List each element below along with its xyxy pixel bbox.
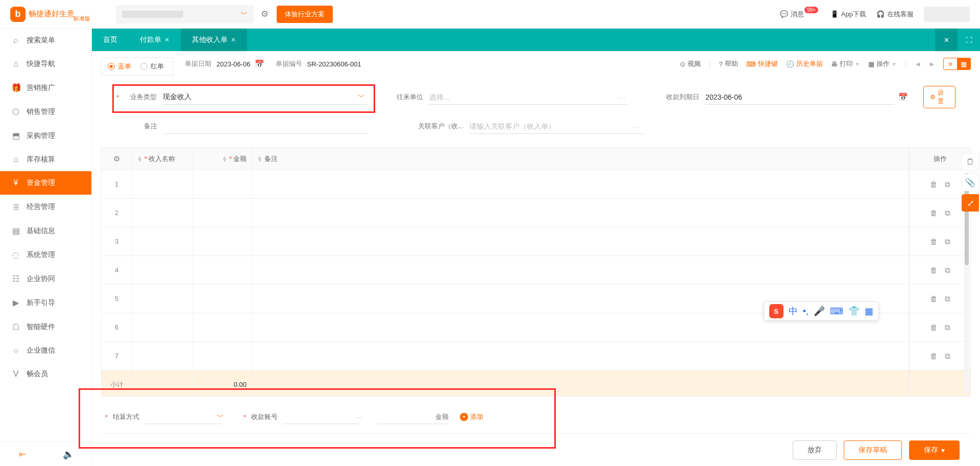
- cell-amount[interactable]: [193, 285, 252, 313]
- copy-icon[interactable]: ⧉: [945, 208, 950, 218]
- partner-input[interactable]: [429, 89, 628, 105]
- list-view-icon[interactable]: ≡: [944, 58, 957, 69]
- cell-name[interactable]: [132, 313, 193, 341]
- tab[interactable]: 首页: [92, 29, 129, 51]
- tabs-expand-button[interactable]: ⛶: [958, 29, 980, 51]
- radio-red[interactable]: 红单: [140, 62, 164, 71]
- ime-toolbox-icon[interactable]: ▦: [865, 306, 873, 317]
- settle-account-input[interactable]: [283, 410, 359, 424]
- sidebar-sound-button[interactable]: 🔈: [46, 442, 92, 466]
- cell-amount[interactable]: [193, 256, 252, 284]
- cell-note[interactable]: [252, 256, 909, 284]
- sidebar-item[interactable]: ⌂库存核算: [0, 148, 91, 171]
- gear-icon[interactable]: ⚙: [113, 154, 120, 164]
- discard-button[interactable]: 放弃: [793, 440, 837, 460]
- close-icon[interactable]: ✕: [164, 36, 169, 43]
- rail-expand-button[interactable]: ⤢: [962, 194, 979, 212]
- sidebar-item[interactable]: ⬒采购管理: [0, 124, 91, 148]
- cell-name[interactable]: [132, 227, 193, 255]
- prev-doc-button[interactable]: ◀: [915, 61, 921, 67]
- delete-icon[interactable]: 🗑: [930, 208, 938, 217]
- delete-icon[interactable]: 🗑: [930, 294, 938, 303]
- tab[interactable]: 付款单✕: [129, 29, 181, 51]
- sidebar-item[interactable]: ▤基础信息: [0, 219, 91, 243]
- cell-name[interactable]: [132, 285, 193, 313]
- delete-icon[interactable]: 🗑: [930, 352, 938, 360]
- col-amount[interactable]: ▲▼*金额: [193, 148, 252, 170]
- ime-mic-icon[interactable]: 🎤: [814, 306, 825, 317]
- delete-icon[interactable]: 🗑: [930, 266, 938, 274]
- more-icon[interactable]: ···: [633, 123, 642, 130]
- company-selector[interactable]: ﹀: [116, 5, 254, 24]
- sidebar-item[interactable]: ▶新手引导: [0, 291, 91, 315]
- sidebar-collapse-button[interactable]: ⇤: [0, 442, 46, 466]
- copy-icon[interactable]: ⧉: [945, 294, 950, 304]
- delete-icon[interactable]: 🗑: [930, 323, 938, 332]
- chevron-down-icon[interactable]: ﹀: [358, 92, 365, 102]
- doc-date-value[interactable]: 2023-06-06: [216, 60, 251, 68]
- cell-amount[interactable]: [193, 342, 252, 370]
- cell-name[interactable]: [132, 199, 193, 227]
- cell-amount[interactable]: [193, 199, 252, 227]
- table-row[interactable]: 1: [102, 170, 909, 199]
- table-row[interactable]: 3: [102, 227, 909, 256]
- next-doc-button[interactable]: ▶: [929, 61, 935, 67]
- tab[interactable]: 其他收入单✕: [181, 29, 247, 51]
- cell-note[interactable]: [252, 199, 909, 227]
- sidebar-item[interactable]: ¥资金管理: [0, 171, 91, 195]
- copy-icon[interactable]: ⧉: [945, 266, 950, 275]
- calendar-icon[interactable]: 📅: [255, 59, 264, 68]
- customer-service-link[interactable]: 🎧 在线客服: [876, 10, 914, 19]
- rel-customer-input[interactable]: [470, 119, 643, 134]
- sidebar-item[interactable]: ☷企业协同: [0, 267, 91, 291]
- cell-name[interactable]: [132, 342, 193, 370]
- sidebar-item[interactable]: ◌系统管理: [0, 243, 91, 267]
- experience-button[interactable]: 体验行业方案: [277, 6, 333, 23]
- close-icon[interactable]: ✕: [231, 36, 236, 43]
- biz-type-input[interactable]: [163, 89, 367, 105]
- tabs-close-button[interactable]: ✕: [935, 29, 958, 51]
- shortcut-link[interactable]: ⌨快捷键: [746, 59, 778, 68]
- settle-amount-input[interactable]: [377, 410, 449, 424]
- cell-amount[interactable]: [193, 313, 252, 341]
- settle-method-input[interactable]: [144, 410, 221, 424]
- rail-attach-button[interactable]: 📎: [962, 174, 979, 191]
- rail-note-button[interactable]: 🗒: [962, 153, 979, 171]
- table-row[interactable]: 7: [102, 342, 909, 370]
- copy-icon[interactable]: ⧉: [945, 352, 950, 361]
- gear-icon[interactable]: ⚙: [261, 9, 268, 19]
- print-link[interactable]: 🖶打印▾: [831, 59, 860, 68]
- sidebar-item[interactable]: ⌂快捷导航: [0, 52, 91, 76]
- sidebar-item[interactable]: 🎁营销推广: [0, 76, 91, 100]
- more-icon[interactable]: ···: [618, 94, 627, 101]
- copy-icon[interactable]: ⧉: [945, 323, 950, 332]
- operate-link[interactable]: ▦操作▾: [868, 59, 897, 68]
- table-row[interactable]: 4: [102, 256, 909, 285]
- settings-button[interactable]: ⚙设置: [923, 86, 955, 108]
- sidebar-item[interactable]: ⬡销售管理: [0, 100, 91, 124]
- cell-note[interactable]: [252, 342, 909, 370]
- sidebar-item[interactable]: ☖智能硬件: [0, 315, 91, 339]
- cell-note[interactable]: [252, 227, 909, 255]
- save-draft-button[interactable]: 保存草稿: [844, 440, 902, 460]
- radio-blue[interactable]: 蓝单: [108, 62, 131, 71]
- more-icon[interactable]: ···: [356, 413, 362, 421]
- cell-note[interactable]: [252, 170, 909, 198]
- calendar-icon[interactable]: 📅: [898, 92, 908, 102]
- video-link[interactable]: ⊙视频: [680, 59, 701, 68]
- messages-link[interactable]: 💬 消息 99+: [780, 10, 820, 19]
- cell-name[interactable]: [132, 256, 193, 284]
- form-view-icon[interactable]: ▦: [957, 58, 970, 69]
- sidebar-item[interactable]: ⌕搜索菜单: [0, 29, 91, 52]
- sidebar-item[interactable]: ≣经营管理: [0, 195, 91, 219]
- cell-amount[interactable]: [193, 170, 252, 198]
- copy-icon[interactable]: ⧉: [945, 180, 950, 189]
- col-note[interactable]: ▲▼备注: [252, 148, 909, 170]
- cell-name[interactable]: [132, 170, 193, 198]
- ime-lang[interactable]: 中: [789, 305, 798, 317]
- delete-icon[interactable]: 🗑: [930, 237, 938, 246]
- table-row[interactable]: 2: [102, 199, 909, 227]
- delete-icon[interactable]: 🗑: [930, 180, 938, 189]
- sidebar-item[interactable]: ○企业微信: [0, 339, 91, 362]
- ime-skin-icon[interactable]: 👕: [848, 306, 860, 317]
